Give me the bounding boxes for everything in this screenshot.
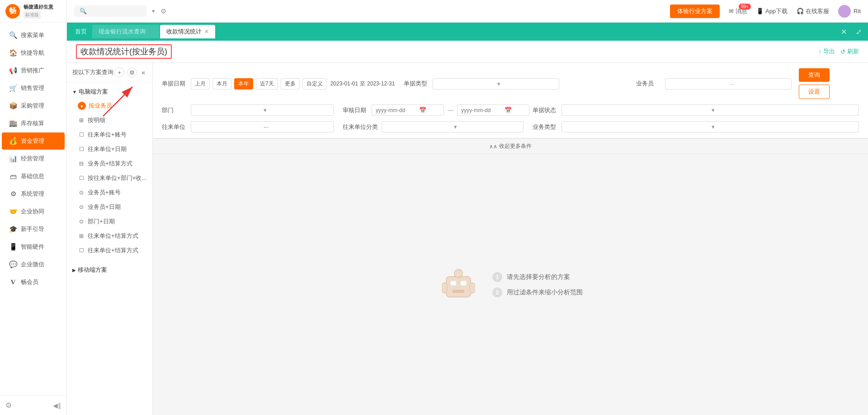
scheme-item-unit-settle1[interactable]: ⊞ 往来单位+结算方式: [67, 229, 152, 243]
date-btn-7days[interactable]: 近7天: [256, 78, 278, 90]
scheme-item-unit-account[interactable]: ☐ 往来单位+账号: [67, 127, 152, 142]
dept-select[interactable]: ▾: [191, 104, 334, 116]
scheme-item-dept-date[interactable]: ⊙ 部门+日期: [67, 214, 152, 229]
filter-row-3: 往来单位 ··· 往来单位分类 ▾: [162, 121, 859, 132]
refresh-btn[interactable]: ↺ 刷新: [840, 47, 859, 56]
hint-item-2: 2 用过滤条件来缩小分析范围: [492, 288, 583, 297]
page-title: 收款情况统计(按业务员): [76, 44, 172, 59]
svg-rect-6: [442, 283, 447, 293]
unit-account-icon: ☐: [78, 131, 85, 138]
collapse-sidebar-icon[interactable]: ◀‖: [53, 402, 61, 409]
date-btn-custom[interactable]: 自定义: [302, 78, 327, 90]
tab-collection-close[interactable]: ✕: [204, 28, 209, 35]
date-btn-thismonth[interactable]: 本月: [212, 78, 231, 90]
tab-home[interactable]: 首页: [71, 25, 91, 38]
tab-cashflow-close[interactable]: ✕: [148, 28, 153, 35]
tabbar-expand-btn[interactable]: ⤢: [853, 27, 864, 37]
salesman-settle-icon: ⊟: [78, 160, 85, 167]
settings-bottom-icon[interactable]: ⚙: [5, 401, 12, 410]
scheme-item-unit-date[interactable]: ☐ 往来单位+日期: [67, 142, 152, 156]
app-download-btn[interactable]: 📱 App下载: [756, 7, 788, 15]
review-date-from-input[interactable]: 📅: [372, 104, 444, 116]
scheme-item-salesman-account[interactable]: ⊙ 业务员+账号: [67, 185, 152, 200]
sidebar-item-guide[interactable]: 🎓 新手引导: [2, 221, 65, 238]
sidebar-item-system[interactable]: ⚙ 系统管理: [2, 185, 65, 203]
scheme-item-salesman-date[interactable]: ⊙ 业务员+日期: [67, 200, 152, 214]
collapse-panel-btn[interactable]: «: [140, 68, 147, 77]
svg-rect-3: [450, 281, 457, 286]
review-date-to-input[interactable]: 📅: [457, 104, 529, 116]
doc-status-select[interactable]: ▾: [561, 104, 859, 116]
logo: 畅 畅捷通好生意 标准版: [0, 0, 66, 23]
sidebar-item-member[interactable]: V 畅会员: [2, 274, 65, 291]
counterpart-filter-item: 往来单位 ···: [162, 121, 334, 132]
avatar-img: [838, 5, 851, 18]
filter-actions: + ⚙ «: [114, 67, 147, 77]
date-filter-item: 单据日期 上月 本月 本年 近7天 更多 自定义 2023-01-01: [162, 78, 395, 90]
sidebar-item-wechat[interactable]: 💬 企业微信: [2, 256, 65, 273]
scheme-item-unit-dept[interactable]: ☐ 按往来单位+部门+收...: [67, 171, 152, 185]
user-avatar[interactable]: Rit: [838, 5, 861, 18]
collapse-bar[interactable]: ∧∧ 收起更多条件: [153, 138, 868, 154]
sidebar-item-basic[interactable]: 🗃 基础信息: [2, 168, 65, 185]
export-label: 导出: [823, 47, 835, 56]
query-btn[interactable]: 查询: [799, 68, 830, 82]
robot-illustration: [438, 264, 479, 305]
scheme-item-unit-settle2[interactable]: ☐ 往来单位+结算方式: [67, 243, 152, 258]
desktop-group-title[interactable]: ▼ 电脑端方案: [67, 85, 152, 99]
trial-button[interactable]: 体验行业方案: [670, 5, 720, 18]
counterpart-category-select[interactable]: ▾: [382, 121, 524, 132]
sidebar-item-search[interactable]: 🔍 搜索菜单: [2, 27, 65, 44]
sidebar-item-inventory[interactable]: 🏬 库存核算: [2, 115, 65, 132]
add-scheme-btn[interactable]: +: [114, 67, 124, 77]
settings-btn[interactable]: 设置: [799, 85, 830, 99]
scheme-item-detail[interactable]: ⊞ 按明细: [67, 113, 152, 127]
sidebar-item-collab[interactable]: 🤝 企业协同: [2, 203, 65, 220]
date-btn-thisyear[interactable]: 本年: [234, 78, 253, 90]
topbar: 🔍 ▾ ⚙ 体验行业方案 ✉ 消息 99+ 📱 App下载 🎧 在线客服: [67, 0, 868, 23]
topbar-settings-icon[interactable]: ⚙: [160, 7, 166, 15]
counterpart-more-btn[interactable]: ···: [264, 123, 330, 130]
search-box[interactable]: 🔍: [74, 5, 146, 17]
sidebar-nav: 🔍 搜索菜单 🏠 快捷导航 📢 营销推广 🛒 销售管理 📦 采购管理 🏬 库存核…: [0, 23, 66, 395]
counterpart-category-filter-item: 往来单位分类 ▾: [343, 121, 524, 132]
sidebar-item-operations[interactable]: 📊 经营管理: [2, 150, 65, 167]
tab-cashflow[interactable]: 现金银行流水查询 ✕: [92, 25, 159, 38]
tab-collection[interactable]: 收款情况统计 ✕: [160, 25, 215, 38]
review-date-filter-item: 审核日期 📅 — 📅: [343, 104, 524, 116]
date-btn-more[interactable]: 更多: [281, 78, 300, 90]
mobile-group-title[interactable]: ▶ 移动端方案: [67, 263, 152, 277]
date-btn-lastmonth[interactable]: 上月: [191, 78, 210, 90]
export-btn[interactable]: ↑ 导出: [819, 47, 835, 56]
tabbar-close-btn[interactable]: ✕: [838, 27, 849, 37]
topbar-dropdown-icon[interactable]: ▾: [152, 8, 155, 14]
user-name: Rit: [854, 8, 861, 14]
scheme-label-unit-settle1: 往来单位+结算方式: [88, 232, 138, 240]
sidebar-bottom: ⚙ ◀‖: [0, 395, 66, 415]
sidebar-label-guide: 新手引导: [21, 225, 44, 233]
counterpart-select[interactable]: ···: [191, 121, 334, 132]
unit-dept-icon: ☐: [78, 174, 85, 182]
scheme-item-salesman-settle[interactable]: ⊟ 业务员+结算方式: [67, 156, 152, 171]
sidebar-item-marketing[interactable]: 📢 营销推广: [2, 62, 65, 79]
scheme-item-salesman[interactable]: ● 按业务员: [67, 99, 152, 113]
scheme-settings-btn[interactable]: ⚙: [127, 67, 137, 77]
biz-type-label: 业务类型: [533, 123, 558, 131]
active-dot: ●: [78, 102, 86, 110]
sidebar-item-purchase[interactable]: 📦 采购管理: [2, 97, 65, 114]
messages-btn[interactable]: ✉ 消息 99+: [729, 7, 747, 15]
biz-type-select[interactable]: ▾: [561, 121, 859, 132]
empty-container: 1 请先选择要分析的方案 2 用过滤条件来缩小分析范围: [438, 264, 583, 305]
review-date-from-field[interactable]: [376, 107, 416, 113]
sidebar-item-nav[interactable]: 🏠 快捷导航: [2, 44, 65, 61]
sidebar-label-finance: 资金管理: [21, 137, 44, 145]
sidebar-item-hardware[interactable]: 📱 智能硬件: [2, 238, 65, 255]
online-service-btn[interactable]: 🎧 在线客服: [797, 7, 829, 15]
sidebar-item-finance[interactable]: 💰 资金管理: [2, 132, 65, 150]
doc-type-select[interactable]: ▾: [433, 78, 559, 90]
review-date-to-field[interactable]: [461, 107, 502, 113]
sidebar-item-sales[interactable]: 🛒 销售管理: [2, 80, 65, 97]
salesman-select[interactable]: ···: [665, 78, 792, 90]
salesman-date-icon: ⊙: [78, 203, 85, 211]
doc-type-label: 单据类型: [404, 80, 429, 88]
